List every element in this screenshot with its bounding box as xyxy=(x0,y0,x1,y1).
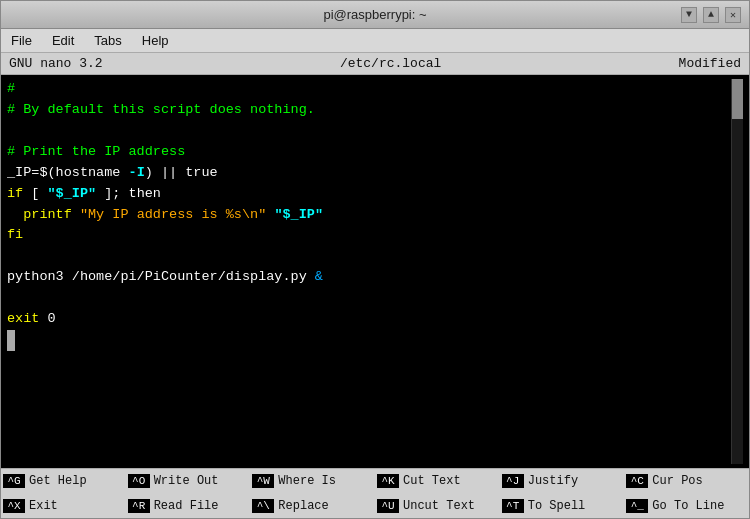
label-write-out: Write Out xyxy=(154,474,219,488)
cursor-block xyxy=(7,330,15,351)
footer-replace: ^\ Replace xyxy=(250,494,375,519)
line-5: if [ "$_IP" ]; then xyxy=(7,184,731,205)
line-blank-3 xyxy=(7,288,731,309)
label-where-is: Where Is xyxy=(278,474,336,488)
menu-edit[interactable]: Edit xyxy=(46,31,80,50)
key-c: ^C xyxy=(626,474,648,488)
label-uncut-text: Uncut Text xyxy=(403,499,475,513)
key-j: ^J xyxy=(502,474,524,488)
key-r: ^R xyxy=(128,499,150,513)
line-7: fi xyxy=(7,225,731,246)
nano-filename: /etc/rc.local xyxy=(340,56,441,71)
line-8: python3 /home/pi/PiCounter/display.py & xyxy=(7,267,731,288)
maximize-button[interactable]: ▲ xyxy=(703,7,719,23)
line-3: # Print the IP address xyxy=(7,142,731,163)
line-blank-1 xyxy=(7,121,731,142)
label-read-file: Read File xyxy=(154,499,219,513)
footer-col-5: ^J Justify ^T To Spell xyxy=(500,469,625,518)
close-button[interactable]: ✕ xyxy=(725,7,741,23)
key-underscore: ^_ xyxy=(626,499,648,513)
key-o: ^O xyxy=(128,474,150,488)
nano-modified: Modified xyxy=(679,56,741,71)
scrollbar-thumb[interactable] xyxy=(732,79,743,119)
key-w: ^W xyxy=(252,474,274,488)
line-9: exit 0 xyxy=(7,309,731,330)
window-controls[interactable]: ▼ ▲ ✕ xyxy=(681,7,741,23)
footer-to-spell: ^T To Spell xyxy=(500,494,625,519)
line-2: # By default this script does nothing. xyxy=(7,100,731,121)
label-cur-pos: Cur Pos xyxy=(652,474,702,488)
label-exit: Exit xyxy=(29,499,58,513)
menu-tabs[interactable]: Tabs xyxy=(88,31,127,50)
window-title: pi@raspberrypi: ~ xyxy=(69,7,681,22)
footer-col-6: ^C Cur Pos ^_ Go To Line xyxy=(624,469,749,518)
footer-write-out: ^O Write Out xyxy=(126,469,251,494)
key-g: ^G xyxy=(3,474,25,488)
line-1: # xyxy=(7,79,731,100)
key-u: ^U xyxy=(377,499,399,513)
footer-get-help: ^G Get Help xyxy=(1,469,126,494)
line-4: _IP=$(hostname -I) || true xyxy=(7,163,731,184)
line-blank-2 xyxy=(7,246,731,267)
title-bar: pi@raspberrypi: ~ ▼ ▲ ✕ xyxy=(1,1,749,29)
label-go-to-line: Go To Line xyxy=(652,499,724,513)
editor-area[interactable]: # # By default this script does nothing.… xyxy=(1,75,749,468)
line-cursor xyxy=(7,330,731,351)
label-get-help: Get Help xyxy=(29,474,87,488)
label-to-spell: To Spell xyxy=(528,499,586,513)
footer-where-is: ^W Where Is xyxy=(250,469,375,494)
footer-go-to-line: ^_ Go To Line xyxy=(624,494,749,519)
footer-exit: ^X Exit xyxy=(1,494,126,519)
key-t: ^T xyxy=(502,499,524,513)
minimize-button[interactable]: ▼ xyxy=(681,7,697,23)
terminal-window: pi@raspberrypi: ~ ▼ ▲ ✕ File Edit Tabs H… xyxy=(0,0,750,519)
scrollbar[interactable] xyxy=(731,79,743,464)
footer-uncut-text: ^U Uncut Text xyxy=(375,494,500,519)
menu-help[interactable]: Help xyxy=(136,31,175,50)
nano-version: GNU nano 3.2 xyxy=(9,56,103,71)
footer-cur-pos: ^C Cur Pos xyxy=(624,469,749,494)
key-backslash: ^\ xyxy=(252,499,274,513)
label-cut-text: Cut Text xyxy=(403,474,461,488)
nano-header: GNU nano 3.2 /etc/rc.local Modified xyxy=(1,53,749,75)
menu-file[interactable]: File xyxy=(5,31,38,50)
footer-col-4: ^K Cut Text ^U Uncut Text xyxy=(375,469,500,518)
editor-content: # # By default this script does nothing.… xyxy=(7,79,731,464)
key-k: ^K xyxy=(377,474,399,488)
footer-cut-text: ^K Cut Text xyxy=(375,469,500,494)
label-replace: Replace xyxy=(278,499,328,513)
footer-col-1: ^G Get Help ^X Exit xyxy=(1,469,126,518)
line-6: printf "My IP address is %s\n" "$_IP" xyxy=(7,205,731,226)
nano-footer: ^G Get Help ^X Exit ^O Write Out ^R Read… xyxy=(1,468,749,518)
footer-justify: ^J Justify xyxy=(500,469,625,494)
footer-col-2: ^O Write Out ^R Read File xyxy=(126,469,251,518)
key-x: ^X xyxy=(3,499,25,513)
footer-col-3: ^W Where Is ^\ Replace xyxy=(250,469,375,518)
menu-bar: File Edit Tabs Help xyxy=(1,29,749,53)
footer-read-file: ^R Read File xyxy=(126,494,251,519)
label-justify: Justify xyxy=(528,474,578,488)
